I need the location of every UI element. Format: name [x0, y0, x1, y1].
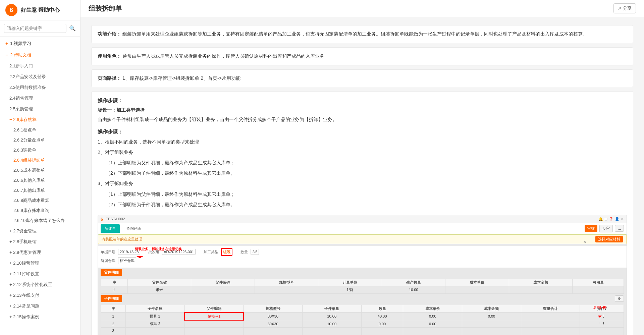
mock-more-btn[interactable]: ...: [615, 225, 624, 232]
mock-child-td-code2: [184, 320, 244, 328]
mock-batch-value: AD-20191226-001: [162, 249, 196, 255]
mock-child-table-header: 序 子件名称 父件编码 规格型号 子件单量 数量 成本单价 成本金额 数量合计: [101, 305, 624, 313]
sidebar-item-s267[interactable]: 2.6.7其他出库单: [0, 185, 80, 196]
mock-th-parent-name: 父件名称: [127, 279, 191, 286]
sidebar-item-s214[interactable]: + 2.14常见问题: [0, 301, 80, 312]
mock-logo: 6: [101, 217, 103, 222]
mock-tab-new[interactable]: 新建单: [101, 224, 120, 233]
mock-child-row3: 3: [101, 328, 624, 334]
mock-child-table-wrapper: 序 子件名称 父件编码 规格型号 子件单量 数量 成本单价 成本金额 数量合计: [98, 302, 627, 335]
screenshot-container: 6 TEST-H002 🔔 ⊞ ❓ 👤 ✕ 新建单 查询列表: [98, 215, 627, 335]
mock-parent-td-code: [191, 286, 255, 293]
mock-approve-btn[interactable]: 审核: [585, 225, 597, 232]
mock-child-td-camount3: [462, 328, 521, 334]
mock-type-value[interactable]: 组装: [221, 248, 232, 256]
mock-type-label: 加工类型: [204, 249, 218, 255]
plus-icon9: +: [9, 303, 12, 309]
sidebar-item-s264[interactable]: 2.6.4组装拆卸单: [0, 155, 80, 165]
mock-tabs-bar: 新建单 查询列表 审核 反审 ...: [98, 223, 627, 234]
steps-section: 操作步骤： 场景一：加工类型选择 当由多个子件材料组装成一个成品的业务为【组装】…: [91, 91, 633, 335]
sidebar-item-s28[interactable]: + 2.8手机旺铺: [0, 236, 80, 247]
mock-parent-td-seq: 1: [101, 286, 128, 293]
mock-icon-help: ❓: [609, 217, 613, 221]
mock-warehouse-value: 标准仓库: [118, 257, 136, 264]
sidebar-item-s210[interactable]: + 2.10经营管理: [0, 258, 80, 269]
mock-parent-td-spec: [255, 286, 318, 293]
mock-child-td-name2: 模具 2: [125, 320, 184, 328]
mock-parent-table-header: 序 父件名称 父件编码 规格型号 计量单位 生产数量 成本单价 成本金额 可用量: [101, 279, 624, 286]
mock-warehouse-label: 所属仓库: [101, 258, 115, 263]
sidebar-item-s262[interactable]: 2.6.2分量盘点单: [0, 135, 80, 145]
search-button[interactable]: 🔍: [68, 24, 76, 32]
sidebar-item-s24[interactable]: 2.4销售管理: [0, 93, 80, 104]
steps-title: 操作步骤：: [98, 98, 627, 104]
mock-child-td-cprice3: [403, 328, 462, 334]
search-input[interactable]: [4, 24, 66, 33]
sidebar-item-s21[interactable]: 2.1新手入门: [0, 61, 80, 71]
step3-1: （1）上部明细为父件明细，最终作为原材料生成其它出库单；: [98, 190, 627, 199]
mock-child-td-name1: 模具 1: [125, 313, 184, 320]
mock-choose-btn[interactable]: 选择对应材料: [595, 236, 623, 242]
mock-th-spec: 规格型号: [255, 279, 318, 286]
logo-icon: 6: [5, 4, 17, 16]
mock-child-th-name: 子件名称: [125, 305, 184, 313]
mock-child-action-btn[interactable]: ⚙: [615, 295, 624, 302]
mock-child-td-cprice1: 0.00: [403, 313, 462, 320]
mock-child-td-spec3: [244, 328, 303, 334]
mock-parent-td-avail: [573, 286, 624, 293]
sidebar-item-s29[interactable]: + 2.9优惠券管理: [0, 247, 80, 258]
plus-icon8: +: [9, 293, 12, 298]
sidebar-item-s2610[interactable]: 2.6.10库存账本错了怎么办: [0, 216, 80, 226]
mock-parent-td-unit: 1/袋: [318, 286, 382, 293]
sidebar-item-s27[interactable]: + 2.7资金管理: [0, 226, 80, 236]
sidebar-item-s213[interactable]: + 2.13在线支付: [0, 290, 80, 301]
sidebar-item-s268[interactable]: 2.6.8商品成本重算: [0, 196, 80, 206]
scenario1-desc: 当由多个子件材料组装成一个成品的业务为【组装】业务，当由一个父件拆分成多个子产品…: [98, 115, 627, 124]
sidebar-item-s261[interactable]: 2.6.1盘点单: [0, 125, 80, 135]
mock-child-td-spec1: 30X30: [244, 313, 303, 320]
sidebar-item-s22[interactable]: 2.2产品安装及登录: [0, 71, 80, 82]
content-area: 功能介绍： 组装拆卸单用来处理企业组装或拆卸等加工业务，支持有固定装配清单的产品…: [80, 17, 644, 335]
topbar: 组装拆卸单 ↗ 分享: [80, 0, 644, 17]
sidebar-item-s269[interactable]: 2.6.9库存账本查询: [0, 206, 80, 216]
intro-text: 组装拆卸单用来处理企业组装或拆卸等加工业务，支持有固定装配清单的产品加工业务，也…: [122, 31, 587, 37]
sidebar-item-s266[interactable]: 2.6.6其他入库单: [0, 175, 80, 185]
mock-th-seq: 序: [101, 279, 128, 286]
sidebar-item-s26[interactable]: − 2.6库存核算: [0, 114, 80, 125]
step3: 3、对于拆卸业务: [98, 179, 627, 188]
sidebar-item-s215[interactable]: + 2.15操作案例: [0, 312, 80, 322]
sidebar-item-help-docs[interactable]: − 2.帮助文档: [0, 49, 80, 61]
mock-child-td-qty3: [361, 328, 403, 334]
plus-icon4: +: [9, 250, 12, 255]
mock-parent-section-label: 父件明细: [101, 269, 122, 276]
sidebar-item-s23[interactable]: 2.3使用前数据准备: [0, 82, 80, 93]
minus-icon-sub: −: [9, 117, 12, 122]
mock-child-td-cprice2: 0.00: [403, 320, 462, 328]
sidebar-item-s212[interactable]: + 2.12系统个性化设置: [0, 279, 80, 290]
plus-icon: +: [5, 41, 8, 46]
sidebar-item-s265[interactable]: 2.6.5成本调整单: [0, 165, 80, 175]
mock-notice-close[interactable]: ✕: [583, 240, 586, 244]
search-box: 🔍: [0, 20, 80, 37]
mock-form-row2: 所属仓库 标准仓库: [101, 257, 624, 264]
sidebar-item-s25[interactable]: 2.5采购管理: [0, 104, 80, 114]
sidebar-item-video[interactable]: + 1.视频学习: [0, 38, 80, 49]
sidebar-item-s211[interactable]: + 2.11打印设置: [0, 269, 80, 279]
mock-child-th-spec: 规格型号: [244, 305, 303, 313]
share-button[interactable]: ↗ 分享: [613, 3, 636, 13]
mock-child-td-qtytotal1: [521, 313, 580, 320]
mock-child-section-label: 子件明细: [101, 295, 122, 302]
step3-2: （2）下部明细为子件明细，最终作为产成品生成其它入库单。: [98, 201, 627, 209]
mock-child-td-unitqty1: 10.00: [302, 313, 361, 320]
mock-child-td-seq2: 2: [101, 320, 126, 328]
mock-cancel-btn[interactable]: 反审: [599, 225, 613, 232]
mock-icon-apps: ⊞: [604, 217, 607, 221]
mock-child-th-camount: 成本金额: [462, 305, 521, 313]
role-text: 通常由生产人员或库管人员完成拆装业务的操作，库管人员确认原材料的出库和产成品的入…: [122, 53, 324, 59]
mock-child-section-row: 子件明细 ⚙: [98, 295, 627, 302]
mock-icon-bell: 🔔: [598, 217, 603, 221]
sidebar-item-s263[interactable]: 2.6.3调拨单: [0, 145, 80, 155]
sidebar: 6 好生意 帮助中心 🔍 + 1.视频学习 − 2.帮助文档 2.1新手入门 2…: [0, 0, 80, 335]
mock-tab-list[interactable]: 查询列表: [122, 224, 145, 233]
main-area: 组装拆卸单 ↗ 分享 功能介绍： 组装拆卸单用来处理企业组装或拆卸等加工业务，支…: [80, 0, 644, 335]
